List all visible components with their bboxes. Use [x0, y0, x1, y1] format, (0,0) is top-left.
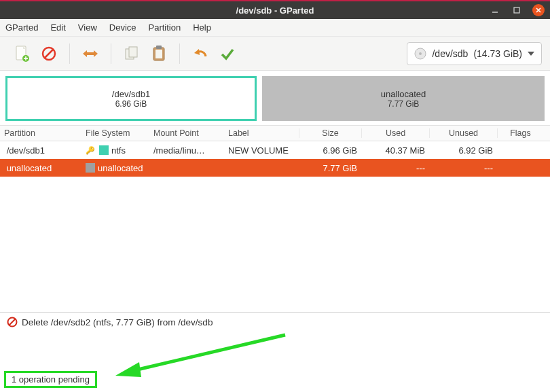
- undo-button[interactable]: [191, 44, 210, 63]
- table-row[interactable]: unallocated unallocated 7.77 GiB --- ---: [0, 159, 550, 177]
- maximize-button[interactable]: [511, 4, 523, 16]
- svg-line-10: [45, 50, 53, 58]
- col-size[interactable]: Size: [299, 128, 361, 138]
- delete-partition-button[interactable]: [39, 44, 58, 63]
- forbidden-icon: [41, 46, 56, 61]
- cell-mount: /media/linu…: [149, 145, 224, 156]
- close-icon: [535, 7, 542, 14]
- partition-table-body: /dev/sdb1 🔑 ntfs /media/linu… NEW VOLUME…: [0, 141, 550, 177]
- copy-icon: [124, 46, 139, 61]
- cell-unused: 6.92 GiB: [429, 145, 497, 156]
- menu-device[interactable]: Device: [109, 22, 136, 33]
- disk-icon: [414, 48, 426, 60]
- fs-swatch-icon: [99, 145, 109, 155]
- map-unallocated[interactable]: unallocated 7.77 GiB: [262, 76, 545, 121]
- pending-op-row[interactable]: Delete /dev/sdb2 (ntfs, 7.77 GiB) from /…: [7, 317, 543, 327]
- col-filesystem[interactable]: File System: [81, 128, 149, 138]
- key-icon: 🔑: [86, 146, 95, 155]
- svg-rect-1: [514, 7, 519, 13]
- col-flags[interactable]: Flags: [497, 128, 543, 138]
- menu-edit[interactable]: Edit: [50, 22, 65, 33]
- disk-map: /dev/sdb1 6.96 GiB unallocated 7.77 GiB: [0, 71, 550, 125]
- table-row[interactable]: /dev/sdb1 🔑 ntfs /media/linu… NEW VOLUME…: [0, 141, 550, 159]
- cell-filesystem: unallocated: [81, 163, 149, 173]
- cell-filesystem: 🔑 ntfs: [81, 145, 149, 156]
- paste-icon: [152, 46, 166, 62]
- map-part-size: 6.96 GiB: [115, 99, 147, 109]
- window-title: /dev/sdb - GParted: [236, 5, 314, 16]
- toolbar-separator: [69, 43, 70, 64]
- menu-gparted[interactable]: GParted: [5, 22, 38, 33]
- toolbar-separator: [179, 43, 180, 64]
- cell-size: 6.96 GiB: [299, 145, 361, 156]
- minimize-button[interactable]: [489, 4, 501, 16]
- menubar: GParted Edit View Device Partition Help: [0, 19, 550, 37]
- map-unalloc-size: 7.77 GiB: [388, 99, 420, 109]
- undo-icon: [192, 47, 208, 60]
- svg-rect-13: [129, 47, 137, 57]
- titlebar: /dev/sdb - GParted: [0, 0, 550, 19]
- maximize-icon: [513, 7, 520, 14]
- pending-op-text: Delete /dev/sdb2 (ntfs, 7.77 GiB) from /…: [22, 317, 213, 327]
- check-icon: [220, 46, 235, 61]
- menu-partition[interactable]: Partition: [149, 22, 181, 33]
- chevron-down-icon: [528, 50, 534, 57]
- svg-marker-11: [83, 50, 98, 57]
- apply-button[interactable]: [218, 44, 237, 63]
- window-controls: [489, 4, 545, 16]
- svg-rect-16: [156, 46, 162, 49]
- cell-used: ---: [361, 163, 429, 173]
- device-size: (14.73 GiB): [473, 48, 522, 59]
- paste-button[interactable]: [149, 44, 168, 63]
- device-name: /dev/sdb: [432, 48, 468, 59]
- new-partition-button[interactable]: [12, 44, 31, 63]
- pending-operations-panel: Delete /dev/sdb2 (ntfs, 7.77 GiB) from /…: [0, 312, 550, 373]
- cell-size: 7.77 GiB: [299, 163, 361, 173]
- minimize-icon: [492, 7, 498, 14]
- svg-marker-20: [528, 52, 534, 56]
- svg-marker-17: [194, 49, 200, 55]
- menu-help[interactable]: Help: [193, 22, 211, 33]
- cell-label: NEW VOLUME: [224, 145, 299, 156]
- map-unalloc-name: unallocated: [381, 89, 426, 99]
- col-label[interactable]: Label: [224, 128, 299, 138]
- cell-partition: unallocated: [0, 163, 81, 173]
- cell-partition: /dev/sdb1: [0, 145, 81, 156]
- col-unused[interactable]: Unused: [429, 128, 497, 138]
- resize-icon: [81, 47, 99, 60]
- svg-line-22: [10, 319, 16, 325]
- copy-button[interactable]: [122, 44, 141, 63]
- map-part-name: /dev/sdb1: [112, 89, 150, 99]
- cell-used: 40.37 MiB: [361, 145, 429, 156]
- new-file-icon: [14, 45, 29, 63]
- col-partition[interactable]: Partition: [0, 128, 81, 138]
- status-bar: 1 operation pending: [4, 371, 97, 388]
- map-partition-sdb1[interactable]: /dev/sdb1 6.96 GiB: [5, 76, 257, 121]
- svg-rect-15: [155, 50, 162, 58]
- cell-unused: ---: [429, 163, 497, 173]
- menu-view[interactable]: View: [78, 22, 97, 33]
- forbidden-icon: [7, 317, 18, 327]
- status-text: 1 operation pending: [12, 374, 90, 385]
- close-button[interactable]: [532, 4, 545, 16]
- toolbar-separator: [111, 43, 111, 64]
- col-mount[interactable]: Mount Point: [149, 128, 224, 138]
- partition-table-header: Partition File System Mount Point Label …: [0, 125, 550, 141]
- toolbar: /dev/sdb (14.73 GiB): [0, 37, 550, 71]
- resize-move-button[interactable]: [81, 44, 100, 63]
- device-selector[interactable]: /dev/sdb (14.73 GiB): [407, 42, 542, 65]
- col-used[interactable]: Used: [361, 128, 429, 138]
- svg-point-19: [419, 52, 422, 55]
- fs-swatch-icon: [86, 163, 95, 173]
